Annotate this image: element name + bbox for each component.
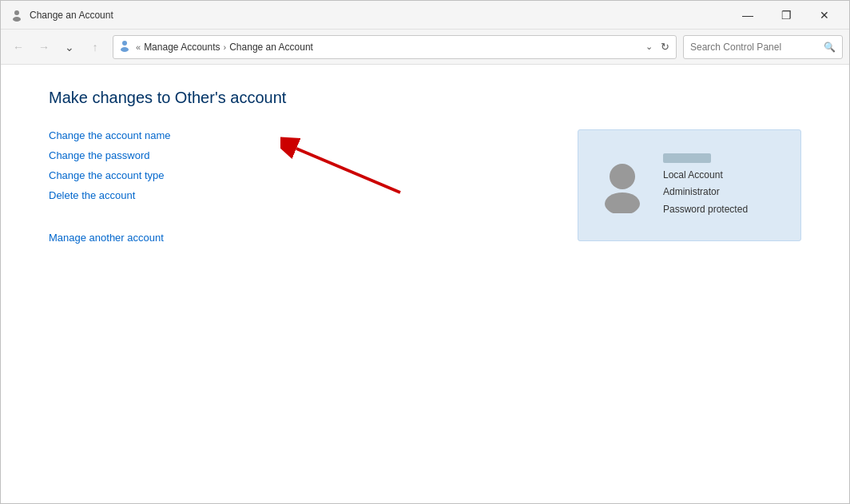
close-button[interactable]: ✕ [806,3,843,27]
back-button[interactable]: ← [7,36,30,58]
change-password-link[interactable]: Change the password [49,149,546,161]
breadcrumb-arrow: › [224,42,227,52]
account-card: Local Account Administrator Password pro… [578,129,801,241]
nav-bar: ← → ⌄ ↑ « Manage Accounts › Change an Ac… [1,30,849,65]
chevron-down-icon[interactable]: ⌄ [644,40,654,54]
main-layout: Change the account name Change the passw… [49,129,801,244]
account-type: Local Account [663,168,748,183]
refresh-icon[interactable]: ↻ [659,39,671,54]
title-controls: — ❐ ✕ [729,3,843,27]
svg-point-2 [122,41,127,46]
window-icon [10,9,23,22]
content-area: Make changes to Other's account Change t… [1,65,849,503]
forward-button[interactable]: → [33,36,55,58]
search-icon: 🔍 [824,42,836,53]
manage-another-link[interactable]: Manage another account [49,232,546,244]
account-name-blurred [663,153,711,163]
breadcrumb-prefix: « [136,42,141,52]
address-icon [118,39,131,54]
account-info: Local Account Administrator Password pro… [663,153,748,217]
dropdown-button[interactable]: ⌄ [58,36,81,58]
search-box[interactable]: 🔍 [683,35,843,59]
breadcrumb-current: Change an Account [229,42,313,53]
svg-point-0 [14,10,19,15]
breadcrumb: « Manage Accounts › Change an Account [136,42,639,53]
title-bar: Change an Account — ❐ ✕ [1,1,849,30]
address-bar: « Manage Accounts › Change an Account ⌄ … [113,35,677,59]
restore-button[interactable]: ❐ [768,3,804,27]
svg-point-1 [13,17,21,22]
minimize-button[interactable]: — [729,3,766,27]
actions-list: Change the account name Change the passw… [49,129,546,244]
account-role: Administrator [663,185,748,200]
content-relative: Make changes to Other's account Change t… [49,89,801,244]
svg-point-4 [610,164,635,189]
title-bar-left: Change an Account [10,9,113,22]
svg-point-5 [605,192,640,213]
account-protection: Password protected [663,202,748,217]
change-type-link[interactable]: Change the account type [49,169,546,181]
up-button[interactable]: ↑ [84,36,106,58]
delete-account-link[interactable]: Delete the account [49,189,546,201]
breadcrumb-manage[interactable]: Manage Accounts [144,42,220,53]
page-title: Make changes to Other's account [49,89,801,107]
svg-point-3 [121,47,129,52]
change-name-link[interactable]: Change the account name [49,129,546,141]
window: Change an Account — ❐ ✕ ← → ⌄ ↑ « Manage… [0,0,850,504]
window-title: Change an Account [30,10,113,21]
avatar [594,157,650,213]
search-input[interactable] [690,42,819,53]
